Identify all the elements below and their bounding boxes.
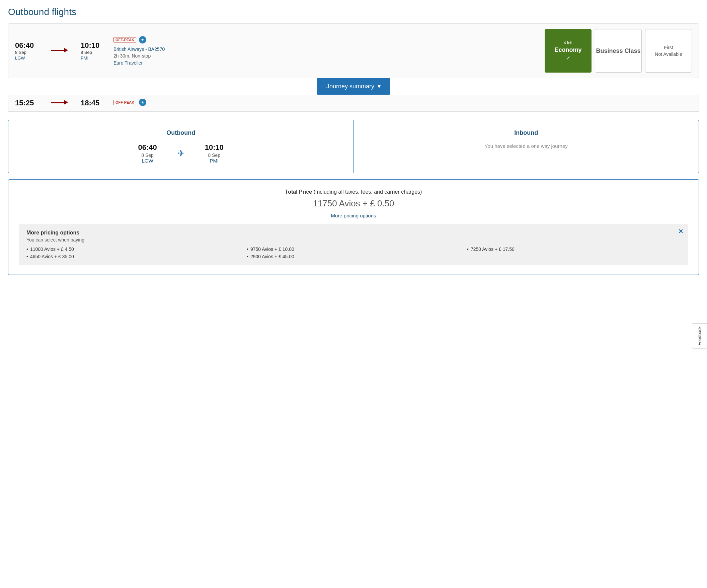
journey-summary-label: Journey summary	[326, 83, 374, 90]
pricing-option-2: 9750 Avios + £ 10.00	[247, 247, 460, 252]
pricing-option-1: 11000 Avios + £ 4.50	[27, 247, 240, 252]
first-sublabel: Not Available	[655, 51, 682, 57]
outbound-flight-row: 06:40 8 Sep LGW ✈ 10:10 8 Sep PMI	[19, 143, 343, 163]
outbound-arrive-airport[interactable]: PMI	[210, 158, 219, 163]
depart-time: 06:40	[15, 41, 42, 50]
chevron-down-icon: ▾	[378, 83, 381, 90]
close-pricing-button[interactable]: ✕	[678, 228, 683, 235]
flight-info: OFF-PEAK ★ British Airways - BA2570 2h 3…	[113, 36, 539, 66]
arrive-col-2: 18:45	[81, 99, 107, 107]
page-title: Outbound flights	[8, 7, 699, 17]
outbound-panel: Outbound 06:40 8 Sep LGW ✈ 10:10 8 Sep P…	[8, 120, 354, 173]
outbound-depart-time: 06:40	[138, 143, 157, 152]
flight-card-1: 06:40 8 Sep LGW 10:10 8 Sep PMI OFF-PEAK…	[8, 24, 699, 78]
price-section: Total Price (Including all taxes, fees, …	[8, 179, 699, 275]
outbound-arrive-time: 10:10	[205, 143, 224, 152]
inbound-message: You have selected a one way journey	[365, 143, 688, 149]
arrive-time-2: 18:45	[81, 99, 107, 107]
pricing-options-title: More pricing options	[27, 230, 680, 236]
plane-icon: ✈	[177, 148, 185, 159]
pricing-option-5: 2900 Avios + £ 45.00	[247, 254, 460, 259]
seats-left: 4 left	[564, 40, 572, 45]
outbound-depart: 06:40 8 Sep LGW	[138, 143, 157, 163]
price-main: 11750 Avios + £ 0.50	[19, 198, 688, 209]
first-label: First	[664, 45, 673, 50]
pricing-option-4: 4650 Avios + £ 35.00	[27, 254, 240, 259]
deal-badge-icon: ★	[139, 36, 146, 43]
flight-tags-2: OFF-PEAK ★	[113, 99, 692, 106]
arrive-time: 10:10	[81, 41, 107, 50]
pricing-option-3: 7250 Avios + £ 17.50	[467, 247, 680, 252]
inbound-panel: Inbound You have selected a one way jour…	[354, 120, 699, 173]
economy-class-box[interactable]: 4 left Economy ✓	[545, 29, 592, 73]
arrive-airport[interactable]: PMI	[81, 55, 107, 61]
outbound-depart-airport[interactable]: LGW	[138, 158, 157, 163]
flight-card-2: 15:25 18:45 OFF-PEAK ★	[8, 95, 699, 112]
airline-link[interactable]: British Airways - BA2570	[113, 46, 539, 52]
offpeak-tag: OFF-PEAK	[113, 37, 136, 42]
airline-arrow	[48, 48, 75, 53]
flight-tags: OFF-PEAK ★	[113, 36, 539, 43]
first-class-box[interactable]: First Not Available	[645, 29, 692, 73]
arrive-date: 8 Sep	[81, 50, 107, 55]
flight-duration: 2h 30m, Non-stop	[113, 53, 539, 59]
depart-time-2: 15:25	[15, 99, 42, 107]
price-qualifier: (Including all taxes, fees, and carrier …	[314, 189, 422, 195]
outbound-depart-date: 8 Sep	[138, 152, 157, 158]
ba-logo-arrow-2	[51, 101, 71, 105]
summary-section: Outbound 06:40 8 Sep LGW ✈ 10:10 8 Sep P…	[8, 120, 699, 173]
depart-date: 8 Sep	[15, 50, 42, 55]
outbound-arrive: 10:10 8 Sep PMI	[205, 143, 224, 163]
class-options: 4 left Economy ✓ Business Class First No…	[545, 29, 692, 73]
outbound-arrive-date: 8 Sep	[208, 152, 221, 158]
price-label: Total Price (Including all taxes, fees, …	[19, 189, 688, 195]
offpeak-tag-2: OFF-PEAK	[113, 100, 136, 105]
depart-col: 06:40 8 Sep LGW	[15, 41, 42, 61]
selected-checkmark-icon: ✓	[566, 55, 570, 61]
arrive-col: 10:10 8 Sep PMI	[81, 41, 107, 61]
flight-info-2: OFF-PEAK ★	[113, 99, 692, 107]
deal-badge-icon-2: ★	[139, 99, 146, 106]
journey-summary-wrapper: Journey summary ▾	[8, 78, 699, 95]
inbound-heading: Inbound	[365, 130, 688, 137]
outbound-heading: Outbound	[19, 130, 343, 137]
journey-summary-button[interactable]: Journey summary ▾	[317, 78, 390, 95]
pricing-options-grid: 11000 Avios + £ 4.50 9750 Avios + £ 10.0…	[27, 247, 680, 259]
business-class-box[interactable]: Business Class	[595, 29, 642, 73]
pricing-options-subtitle: You can select when paying	[27, 237, 680, 243]
economy-label: Economy	[554, 46, 581, 53]
depart-col-2: 15:25	[15, 99, 42, 107]
ba-logo-arrow	[51, 48, 71, 53]
airline-arrow-2	[48, 101, 75, 105]
pricing-options-box: ✕ More pricing options You can select wh…	[19, 224, 688, 265]
depart-airport[interactable]: LGW	[15, 55, 42, 61]
more-pricing-link[interactable]: More pricing options	[19, 213, 688, 218]
cabin-type[interactable]: Euro Traveller	[113, 60, 539, 66]
business-label: Business Class	[596, 47, 640, 54]
